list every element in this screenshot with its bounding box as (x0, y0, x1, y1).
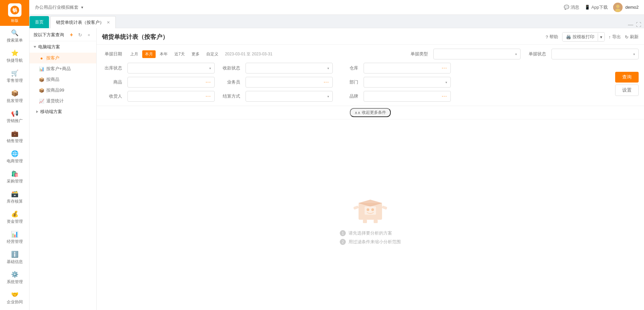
date-tab-this-year[interactable]: 本年 (157, 50, 170, 58)
sidebar-item-label: 批发管理 (7, 98, 23, 104)
settle-select[interactable]: ▾ (246, 91, 333, 102)
sidebar-item-label: 营销推广 (7, 118, 23, 124)
sidebar-item-new-guide[interactable]: 📖 新手引导 (0, 308, 29, 310)
sidebar-item-inventory[interactable]: 🗃️ 库存核算 (0, 187, 29, 207)
scheme-item-by-product[interactable]: 📦 按商品 (30, 74, 96, 85)
sidebar-item-quick-nav[interactable]: ⭐ 快捷导航 (0, 46, 29, 66)
svg-rect-14 (353, 206, 359, 210)
wholesale-icon: 📦 (11, 90, 18, 97)
print-button-group: 🖨️ 按模板打印 ▾ (562, 32, 605, 42)
scheme-group-mobile: 移动端方案 (30, 106, 96, 117)
quick-nav-icon: ⭐ (11, 49, 18, 57)
date-tab-this-month[interactable]: 本月 (142, 50, 156, 58)
sidebar-item-finance[interactable]: 💰 资金管理 (0, 207, 29, 227)
settings-button[interactable]: 设置 (615, 85, 639, 96)
message-label: 消息 (571, 4, 579, 10)
logo-icon: 畅 (8, 3, 21, 17)
page-actions: ? 帮助 🖨️ 按模板打印 ▾ ↑ 导出 (546, 32, 639, 42)
add-scheme-icon[interactable]: + (68, 32, 75, 38)
export-button[interactable]: ↑ 导出 (609, 34, 621, 40)
empty-state: 1 请先选择要分析的方案 2 用过滤条件来缩小分析范围 (97, 119, 644, 310)
sidebar-item-retail[interactable]: 🛒 零售管理 (0, 66, 29, 86)
payment-status-select[interactable]: ▾ (246, 63, 333, 73)
doc-status-select[interactable]: ▾ (551, 49, 639, 59)
date-tab-more[interactable]: 更多 (189, 50, 202, 58)
sidebar-item-basic-info[interactable]: ℹ️ 基础信息 (0, 247, 29, 267)
brand-dots: ··· (442, 93, 447, 99)
scheme-item-return-stat[interactable]: 📈 退货统计 (30, 96, 96, 106)
collapse-btn-label: 收起更多条件 (362, 110, 386, 115)
scheme-item-by-customer-product[interactable]: 📊 按客户+商品 (30, 63, 96, 74)
sidebar-item-label: 销售管理 (7, 138, 23, 144)
sidebar-item-purchase[interactable]: 🛍️ 采购管理 (0, 167, 29, 187)
date-tab-custom[interactable]: 自定义 (204, 50, 221, 58)
staff-select[interactable]: ··· (246, 77, 333, 88)
app-download-label: App下载 (591, 4, 608, 10)
sidebar-item-search-menu[interactable]: 🔍 搜索菜单 (0, 26, 29, 46)
settle-label: 结算方式 (220, 93, 240, 99)
sidebar-item-corp-collab[interactable]: 🤝 企业协同 (0, 288, 29, 308)
message-icon: 💬 (564, 5, 569, 10)
product-label: 商品 (102, 79, 122, 85)
payment-status-label: 收款状态 (220, 65, 240, 71)
refresh-button[interactable]: ↻ 刷新 (625, 34, 639, 40)
warehouse-dots: ··· (442, 65, 447, 71)
brand-select[interactable]: ··· (364, 91, 451, 102)
sidebar-nav: 🔍 搜索菜单 ⭐ 快捷导航 🛒 零售管理 📦 批发管理 📢 营销推广 💼 销售管… (0, 26, 29, 310)
page-title-bar: 销货单统计表（按客户） ? 帮助 🖨️ 按模板打印 ▾ ↑ (97, 28, 644, 45)
print-dropdown-button[interactable]: ▾ (598, 33, 604, 41)
mobile-group-header[interactable]: 移动端方案 (30, 106, 96, 117)
finance-icon: 💰 (11, 210, 18, 218)
sidebar-item-system[interactable]: ⚙️ 系统管理 (0, 267, 29, 288)
logo-area[interactable]: 畅 标版 (0, 0, 29, 26)
out-status-select[interactable]: ▾ (127, 63, 215, 73)
sidebar-item-operations[interactable]: 📊 经营管理 (0, 227, 29, 247)
app-download-button[interactable]: 📱 App下载 (585, 4, 608, 10)
sidebar-item-sales[interactable]: 💼 销售管理 (0, 126, 29, 147)
date-tab-7days[interactable]: 近7天 (172, 50, 187, 58)
tip-num-1: 1 (340, 230, 346, 236)
collapse-more-btn[interactable]: ∧∧ 收起更多条件 (350, 108, 391, 117)
message-button[interactable]: 💬 消息 (564, 4, 579, 10)
help-button[interactable]: ? 帮助 (546, 34, 558, 40)
tab-home[interactable]: 首页 (30, 16, 49, 28)
sidebar-item-marketing[interactable]: 📢 营销推广 (0, 106, 29, 126)
collapse-scheme-icon[interactable]: « (86, 32, 92, 38)
sidebar-item-wholesale[interactable]: 📦 批发管理 (0, 86, 29, 106)
pc-group-header[interactable]: 电脑端方案 (30, 41, 96, 53)
sidebar-item-label: 资金管理 (7, 219, 23, 224)
date-tab-last-month[interactable]: 上月 (127, 50, 141, 58)
warehouse-select[interactable]: ··· (364, 63, 451, 73)
svg-point-4 (615, 9, 621, 12)
warehouse-label: 仓库 (338, 65, 358, 71)
sidebar-item-ecommerce[interactable]: 🌐 电商管理 (0, 147, 29, 167)
help-icon: ? (546, 35, 548, 40)
sidebar-item-label: 快捷导航 (7, 58, 23, 63)
refresh-label: 刷新 (630, 34, 639, 40)
retail-icon: 🛒 (11, 69, 18, 77)
dept-label: 部门 (338, 79, 358, 85)
product-select[interactable]: ··· (127, 77, 215, 88)
tab-sales-stat[interactable]: 销货单统计表（按客户） ✕ (50, 16, 116, 28)
tab-maximize-icon[interactable]: ⛶ (636, 22, 641, 28)
scheme-item-by-product99[interactable]: 📦 按商品99 (30, 85, 96, 96)
breadcrumb-dropdown-icon[interactable]: ▾ (81, 5, 83, 10)
doc-type-select[interactable]: ▾ (433, 49, 521, 59)
tab-home-label: 首页 (35, 19, 44, 25)
print-main-button[interactable]: 🖨️ 按模板打印 (562, 33, 598, 41)
consignee-select[interactable]: ··· (127, 91, 215, 102)
tab-minimize-icon[interactable]: — (628, 22, 633, 28)
dept-select[interactable]: ▾ (364, 77, 451, 88)
print-label: 按模板打印 (573, 34, 594, 39)
user-area[interactable]: demo2 (613, 3, 639, 12)
page-title: 销货单统计表（按客户） (102, 33, 168, 41)
mobile-group-expand-icon (36, 110, 38, 113)
out-status-label: 出库状态 (102, 65, 122, 71)
scheme-item-label: 退货统计 (46, 98, 64, 104)
tab-close-icon[interactable]: ✕ (107, 20, 110, 25)
refresh-scheme-icon[interactable]: ↻ (77, 32, 84, 38)
customer-product-icon: 📊 (39, 66, 44, 71)
scheme-panel: 按以下方案查询 + ↻ « 电脑端方案 ● 按客户 📊 按客户 (30, 28, 97, 310)
scheme-item-by-customer[interactable]: ● 按客户 (30, 53, 96, 63)
query-button[interactable]: 查询 (615, 72, 639, 83)
